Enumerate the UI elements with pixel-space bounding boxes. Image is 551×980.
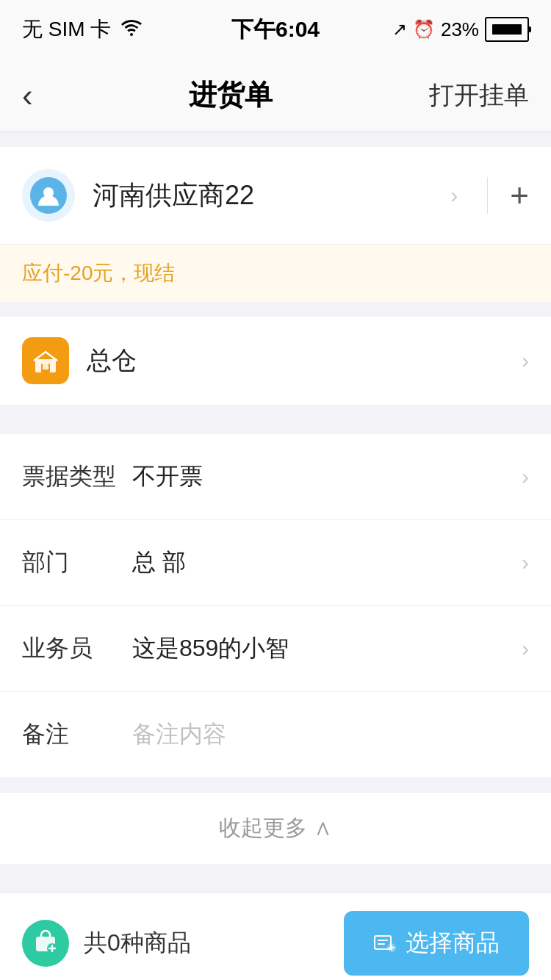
page-title: 进货单 [189, 76, 273, 114]
supplier-notice: 应付-20元，现结 [0, 245, 551, 302]
remark-row[interactable]: 备注 备注内容 [0, 692, 551, 777]
select-product-label: 选择商品 [406, 927, 500, 959]
wifi-icon [118, 17, 145, 43]
battery-icon [485, 17, 529, 42]
staff-value: 这是859的小智 [118, 633, 522, 665]
invoice-chevron-icon: › [522, 464, 529, 489]
section-divider-1 [0, 302, 551, 317]
section-divider-3 [0, 864, 551, 879]
department-row[interactable]: 部门 总 部 › [0, 520, 551, 606]
staff-label: 业务员 [22, 633, 118, 665]
form-section: 票据类型 不开票 › 部门 总 部 › 业务员 这是859的小智 › 备注 备注… [0, 434, 551, 777]
dept-chevron-icon: › [522, 550, 529, 575]
carrier-info: 无 SIM 卡 [22, 15, 145, 43]
status-right-icons: ↗ ⏰ 23% [392, 17, 529, 42]
invoice-type-row[interactable]: 票据类型 不开票 › [0, 434, 551, 520]
avatar-inner [30, 177, 67, 214]
select-product-button[interactable]: 选择商品 [344, 911, 529, 976]
supplier-chevron-icon: › [450, 183, 458, 208]
warehouse-chevron-icon: › [522, 348, 529, 373]
remark-input[interactable]: 备注内容 [118, 718, 529, 751]
product-bar: 共0种商品 选择商品 [0, 893, 551, 980]
invoice-label: 票据类型 [22, 461, 118, 493]
add-supplier-button[interactable]: + [510, 177, 529, 214]
battery-text: 23% [441, 18, 479, 41]
staff-row[interactable]: 业务员 这是859的小智 › [0, 606, 551, 692]
product-count-label: 共0种商品 [84, 927, 344, 959]
status-bar: 无 SIM 卡 下午6:04 ↗ ⏰ 23% [0, 0, 551, 59]
top-divider [0, 132, 551, 147]
supplier-name: 河南供应商22 [93, 178, 450, 214]
supplier-row[interactable]: 河南供应商22 › + [0, 147, 551, 245]
warehouse-name: 总仓 [87, 344, 522, 378]
open-pending-button[interactable]: 打开挂单 [429, 79, 529, 112]
dept-label: 部门 [22, 547, 118, 579]
vertical-divider [487, 177, 488, 214]
section-divider-2 [0, 405, 551, 419]
location-icon: ↗ [392, 19, 407, 40]
nav-bar: ‹ 进货单 打开挂单 [0, 59, 551, 132]
alarm-icon: ⏰ [413, 19, 435, 40]
carrier-text: 无 SIM 卡 [22, 15, 111, 43]
product-icon [22, 920, 69, 967]
status-time: 下午6:04 [231, 15, 320, 45]
svg-rect-3 [43, 364, 48, 370]
remark-label: 备注 [22, 718, 118, 751]
warehouse-section: 总仓 › [0, 317, 551, 405]
warehouse-row[interactable]: 总仓 › [0, 317, 551, 405]
collapse-button[interactable]: 收起更多 ∧ [219, 813, 331, 843]
supplier-avatar [22, 169, 75, 222]
dept-value: 总 部 [118, 547, 522, 579]
staff-chevron-icon: › [522, 636, 529, 661]
warehouse-icon [22, 337, 69, 384]
collapse-section: 收起更多 ∧ [0, 792, 551, 864]
supplier-section: 河南供应商22 › + 应付-20元，现结 [0, 147, 551, 302]
invoice-value: 不开票 [118, 461, 522, 493]
back-button[interactable]: ‹ [22, 77, 33, 114]
